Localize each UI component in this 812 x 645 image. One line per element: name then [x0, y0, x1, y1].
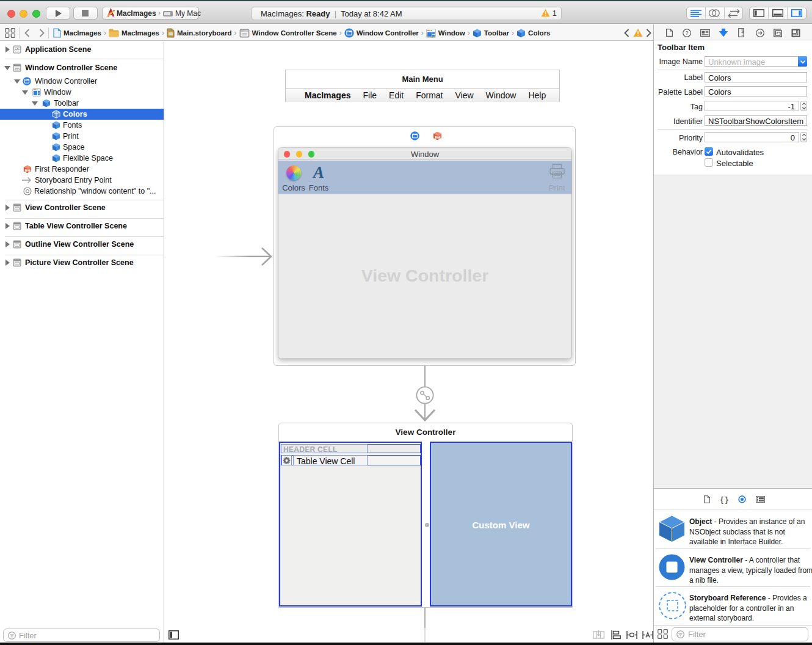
- svg-text:1: 1: [438, 136, 440, 139]
- svg-text:1: 1: [28, 169, 30, 172]
- svg-text:?: ?: [685, 30, 688, 36]
